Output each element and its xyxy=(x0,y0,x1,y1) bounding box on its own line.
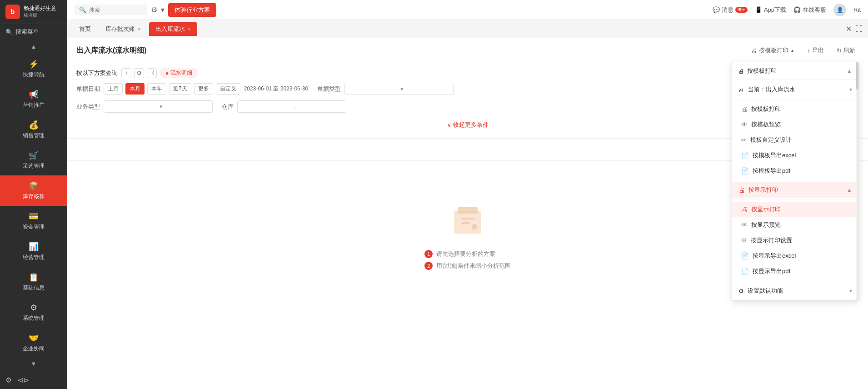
tabbar-expand-icon[interactable]: ⛶ xyxy=(855,25,863,33)
sidebar-item-basic[interactable]: 📋 基础信息 xyxy=(0,267,67,297)
collapse-icon: 《 xyxy=(149,69,155,77)
sidebar-item-operations[interactable]: 📊 经营管理 xyxy=(0,236,67,267)
display-excel-label: 按显示导出excel xyxy=(753,252,796,260)
online-service-label: 在线客服 xyxy=(803,6,826,14)
dropdown-template-print[interactable]: 🖨 按模板打印 xyxy=(732,101,858,117)
dropdown-display-export-pdf[interactable]: 📄 按显示导出pdf xyxy=(732,264,858,279)
template-preview-icon: 👁 xyxy=(741,121,748,128)
message-button[interactable]: 💬 消息 99+ xyxy=(713,6,748,14)
tab-flow-label: 出入库流水 xyxy=(155,25,185,33)
template-items-section: 🖨 按模板打印 👁 按模板预览 ✏ 模板自定义设计 📄 按模板导出excel xyxy=(732,100,858,180)
dropdown-display-preview[interactable]: 👁 按显示预览 xyxy=(732,217,858,233)
dropdown-display-print[interactable]: 🖨 按显示打印 xyxy=(732,202,858,217)
default-func-item[interactable]: ⚙ 设置默认功能 ▾ xyxy=(732,283,858,299)
refresh-button[interactable]: ↻ 刷新 xyxy=(833,45,859,56)
dropdown-scroll-thumb xyxy=(856,62,858,90)
display-excel-icon: 📄 xyxy=(741,252,749,259)
refresh-icon: ↻ xyxy=(837,47,842,54)
filter-header: 按以下方案查询 xyxy=(76,69,118,77)
sidebar-scroll-down[interactable]: ▼ xyxy=(29,359,39,369)
operations-icon: 📊 xyxy=(29,242,39,252)
dropdown-template-export-pdf[interactable]: 📄 按模板导出pdf xyxy=(732,163,858,179)
app-download-button[interactable]: 📱 App下载 xyxy=(755,6,786,14)
empty-hints: 1 请先选择要分析的方案 2 用[过滤]条件来缩小分析范围 xyxy=(424,250,510,270)
sidebar-item-finance[interactable]: 💳 资金管理 xyxy=(0,206,67,236)
tab-batch[interactable]: 库存批次账 × xyxy=(99,22,147,36)
dropdown-template-custom[interactable]: ✏ 模板自定义设计 xyxy=(732,132,858,148)
sidebar-item-system[interactable]: ⚙ 系统管理 xyxy=(0,297,67,328)
dropdown-template-export-excel[interactable]: 📄 按模板导出excel xyxy=(732,148,858,163)
sidebar-item-inventory[interactable]: 📦 库存核算 xyxy=(0,175,67,206)
sidebar-item-label: 基础信息 xyxy=(23,284,45,292)
tab-flow-close[interactable]: × xyxy=(188,26,191,32)
warehouse-label: 仓库 xyxy=(222,103,234,111)
date-btn-7days[interactable]: 近7天 xyxy=(169,83,191,95)
export-button[interactable]: ↑ 导出 xyxy=(804,45,828,56)
business-type-select[interactable]: ▾ xyxy=(104,100,213,113)
dropdown-display-print-settings[interactable]: ⚙ 按显示打印设置 xyxy=(732,233,858,248)
date-btn-this-year[interactable]: 本年 xyxy=(147,83,166,95)
print-chevron-up: ▲ xyxy=(790,48,795,53)
logo-icon: b xyxy=(5,5,20,19)
display-group-section: 🖨 按显示打印 ▲ xyxy=(732,180,858,200)
collapse-sidebar-icon[interactable]: ⊲⊳ xyxy=(17,376,29,384)
app-download-icon: 📱 xyxy=(755,6,762,13)
tab-flow[interactable]: 出入库流水 × xyxy=(149,22,197,36)
dropdown-display-export-excel[interactable]: 📄 按显示导出excel xyxy=(732,248,858,264)
template-excel-icon: 📄 xyxy=(741,152,749,159)
filter-collapse-button[interactable]: 《 xyxy=(147,68,157,78)
svg-rect-1 xyxy=(458,207,478,214)
topbar-search-box[interactable]: 🔍 xyxy=(75,5,147,15)
current-icon: 🖨 xyxy=(738,86,744,93)
sidebar-item-enterprise[interactable]: 🤝 企业协同 xyxy=(0,328,67,357)
sidebar-item-quick-nav[interactable]: ⚡ 快捷导航 xyxy=(0,54,67,84)
collapse-label: 收起更多条件 xyxy=(453,121,489,129)
display-group-label: 按显示打印 xyxy=(748,186,778,194)
topbar-right: 💬 消息 99+ 📱 App下载 🎧 在线客服 👤 Rit xyxy=(713,4,861,16)
default-func-section: ⚙ 设置默认功能 ▾ xyxy=(732,281,858,300)
template-pdf-label: 按模板导出pdf xyxy=(753,167,790,175)
bill-type-select[interactable]: ▾ xyxy=(344,83,454,95)
export-icon: ↑ xyxy=(808,47,811,54)
sidebar-search-item[interactable]: 🔍 搜索菜单 xyxy=(0,24,67,40)
filter-settings-button[interactable]: ⚙ xyxy=(134,68,144,78)
template-print-icon: 🖨 xyxy=(741,105,748,113)
warehouse-select[interactable]: ··· xyxy=(237,100,346,113)
print-template-label: 按模板打印 xyxy=(759,46,788,55)
date-btn-last-month[interactable]: 上月 xyxy=(104,83,123,95)
online-service-button[interactable]: 🎧 在线客服 xyxy=(793,6,826,14)
sidebar-scroll-up[interactable]: ▲ xyxy=(29,41,39,52)
tabbar-close-icon[interactable]: ✕ xyxy=(846,25,852,33)
display-print-icon: 🖨 xyxy=(741,206,748,213)
search-icon: 🔍 xyxy=(79,6,86,13)
settings-icon[interactable]: ⚙ xyxy=(5,376,12,384)
print-template-button[interactable]: 🖨 按模板打印 ▲ xyxy=(748,45,798,56)
dropdown-current-item[interactable]: 🖨 当前：出入库流水 ▾ xyxy=(732,82,858,97)
finance-icon: 💳 xyxy=(29,211,39,221)
add-icon: + xyxy=(125,70,128,76)
date-btn-more[interactable]: 更多 xyxy=(194,83,213,95)
sales-icon: 💰 xyxy=(29,120,39,130)
tab-batch-close[interactable]: × xyxy=(138,26,141,32)
avatar[interactable]: 👤 xyxy=(833,4,846,16)
date-btn-this-month[interactable]: 本月 xyxy=(125,83,145,95)
filter-add-button[interactable]: + xyxy=(121,68,131,78)
svg-rect-3 xyxy=(461,222,470,224)
tab-home[interactable]: 首页 xyxy=(73,22,97,36)
display-group-header[interactable]: 🖨 按显示打印 ▲ xyxy=(732,182,858,198)
sidebar-item-purchase[interactable]: 🛒 采购管理 xyxy=(0,145,67,175)
sidebar-item-marketing[interactable]: 📢 营销推广 xyxy=(0,84,67,115)
dropdown-collapse-icon[interactable]: ▲ xyxy=(847,68,852,74)
sidebar-item-sales[interactable]: 💰 销售管理 xyxy=(0,115,67,145)
page-content: 出入库流水(流水明细) 🖨 按模板打印 ▲ ↑ 导出 ↻ 刷新 xyxy=(67,38,868,389)
print-dropdown-panel: 🖨 按模板打印 ▲ 🖨 当前：出入库流水 ▾ xyxy=(732,62,859,301)
dropdown-template-preview[interactable]: 👁 按模板预览 xyxy=(732,117,858,132)
sidebar-item-label: 企业协同 xyxy=(23,345,45,353)
date-btn-custom[interactable]: 自定义 xyxy=(216,83,240,95)
industry-solution-button[interactable]: 体验行业方案 xyxy=(168,3,216,17)
tabbar-right: ✕ ⛶ xyxy=(846,25,863,33)
topbar-chevron-icon[interactable]: ▾ xyxy=(161,5,165,14)
search-input[interactable] xyxy=(89,7,135,13)
topbar-gear-icon[interactable]: ⚙ xyxy=(151,5,157,14)
print-icon: 🖨 xyxy=(751,47,757,54)
